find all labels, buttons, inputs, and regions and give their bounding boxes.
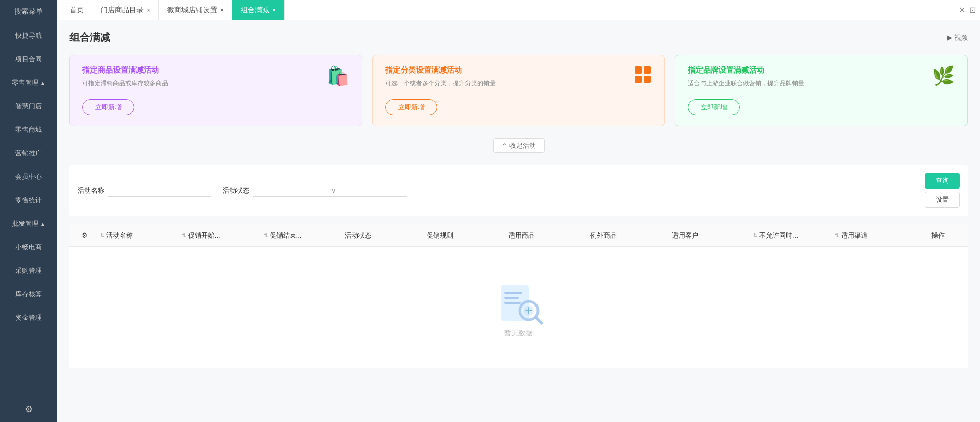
sidebar-item-zijin[interactable]: 资金管理 xyxy=(0,306,57,330)
sidebar-item-label: 采购管理 xyxy=(15,266,42,275)
window-controls: ✕ ⊡ xyxy=(959,5,976,15)
th-customer: 适用客户 xyxy=(668,231,750,240)
sidebar-item-yingxiao[interactable]: 营销推广 xyxy=(0,142,57,165)
th-nosimul: ⇅ 不允许同时... xyxy=(749,231,831,240)
th-end: ⇅ 促销结束... xyxy=(260,231,341,240)
filter-status-item: 活动状态 ∨ xyxy=(223,184,407,197)
sidebar-item-label: 零售统计 xyxy=(15,196,42,205)
collapse-activity-button[interactable]: ⌃ 收起活动 xyxy=(493,138,545,153)
filter-actions: 查询 设置 xyxy=(925,173,960,208)
card-category-desc: 可选一个或者多个分类，提升分类的销量 xyxy=(385,79,652,88)
card-product-add-button[interactable]: 立即新增 xyxy=(82,99,134,115)
svg-rect-5 xyxy=(504,292,522,294)
svg-rect-3 xyxy=(644,76,651,83)
close-window-button[interactable]: ✕ xyxy=(959,5,965,15)
sidebar-item-kucun[interactable]: 库存核算 xyxy=(0,283,57,306)
sidebar-search[interactable]: 搜索菜单 xyxy=(0,0,57,24)
sidebar-item-zhihui[interactable]: 智慧门店 xyxy=(0,95,57,118)
svg-line-9 xyxy=(535,317,542,323)
sidebar-item-label: 营销推广 xyxy=(15,149,42,158)
svg-rect-2 xyxy=(635,76,642,83)
th-rule: 促销规则 xyxy=(423,231,504,240)
sidebar-item-lingtongji[interactable]: 零售统计 xyxy=(0,189,57,212)
card-category: 指定分类设置满减活动 可选一个或者多个分类，提升分类的销量 立即新增 xyxy=(372,55,665,126)
main-content: 首页 门店商品目录 × 微商城店铺设置 × 组合满减 × ✕ ⊡ 组合满减 ▶ … xyxy=(57,0,980,422)
tab-weishang-close[interactable]: × xyxy=(220,7,224,14)
sidebar-item-lingsoushang[interactable]: 零售商城 xyxy=(0,118,57,142)
svg-rect-6 xyxy=(504,297,519,299)
chevron-up-icon: ⌃ xyxy=(502,142,507,150)
empty-state: 暂无数据 xyxy=(69,247,968,368)
video-label: 视频 xyxy=(954,33,968,42)
sort-icon: ⇅ xyxy=(835,232,839,238)
sidebar-item-lingshou[interactable]: 零售管理 ▲ xyxy=(0,71,57,95)
sidebar-item-kuaijie[interactable]: 快捷导航 xyxy=(0,24,57,48)
sidebar-item-label: 批发管理 xyxy=(12,219,38,228)
cards-row: 指定商品设置满减活动 可指定滞销商品或库存较多商品 🛍️ 立即新增 指定分类设置… xyxy=(69,55,968,126)
th-action: 操作 xyxy=(913,231,964,240)
tab-zuhe[interactable]: 组合满减 × xyxy=(232,0,285,20)
page-title: 组合满减 xyxy=(69,31,110,44)
sidebar-item-pifa[interactable]: 批发管理 ▲ xyxy=(0,212,57,236)
filter-name-label: 活动名称 xyxy=(78,186,104,195)
card-product-title: 指定商品设置满减活动 xyxy=(82,65,349,75)
sidebar-item-label: 快捷导航 xyxy=(15,31,42,40)
settings-button[interactable]: 设置 xyxy=(925,192,960,208)
tab-zuhe-close[interactable]: × xyxy=(272,7,276,14)
sort-icon: ⇅ xyxy=(100,232,104,238)
filter-name-input[interactable] xyxy=(108,184,211,197)
sidebar-item-label: 零售管理 xyxy=(12,78,38,87)
tab-menshang-close[interactable]: × xyxy=(147,7,150,14)
th-start: ⇅ 促销开始... xyxy=(178,231,260,240)
video-link[interactable]: ▶ 视频 xyxy=(947,33,968,42)
maximize-window-button[interactable]: ⊡ xyxy=(969,5,976,15)
sidebar-item-label: 项目合同 xyxy=(15,55,42,64)
sidebar-item-label: 零售商城 xyxy=(15,125,42,134)
empty-text: 暂无数据 xyxy=(504,329,533,338)
card-brand-title: 指定品牌设置满减活动 xyxy=(688,65,955,75)
query-button[interactable]: 查询 xyxy=(925,173,960,189)
chevron-down-icon: ∨ xyxy=(331,186,407,194)
th-name: ⇅ 活动名称 xyxy=(96,231,178,240)
sidebar-item-label: 资金管理 xyxy=(15,313,42,322)
chevron-up-icon: ▲ xyxy=(40,80,45,86)
th-channel: ⇅ 适用渠道 xyxy=(831,231,913,240)
tab-menshang[interactable]: 门店商品目录 × xyxy=(92,0,159,20)
th-settings[interactable]: ⚙ xyxy=(74,231,96,239)
card-brand-desc: 适合与上游企业联合做营销，提升品牌销量 xyxy=(688,79,955,88)
sidebar-item-caigou[interactable]: 采购管理 xyxy=(0,259,57,283)
tab-home[interactable]: 首页 xyxy=(61,0,92,20)
card-category-title: 指定分类设置满减活动 xyxy=(385,65,652,75)
filter-status-select[interactable]: ∨ xyxy=(253,184,407,197)
th-exception: 例外商品 xyxy=(586,231,668,240)
filter-status-label: 活动状态 xyxy=(223,186,249,195)
table-wrapper: ⚙ ⇅ 活动名称 ⇅ 促销开始... ⇅ 促销结束... 活动状态 xyxy=(69,224,968,368)
sort-icon: ⇅ xyxy=(753,232,757,238)
gear-icon[interactable]: ⚙ xyxy=(25,404,33,414)
card-brand-icon: 🌿 xyxy=(932,65,955,87)
tab-weishang[interactable]: 微商城店铺设置 × xyxy=(159,0,232,20)
page-header: 组合满减 ▶ 视频 xyxy=(69,31,968,44)
table-header: ⚙ ⇅ 活动名称 ⇅ 促销开始... ⇅ 促销结束... 活动状态 xyxy=(69,224,968,247)
sidebar: 搜索菜单 快捷导航 项目合同 零售管理 ▲ 智慧门店 零售商城 营销推广 会员中… xyxy=(0,0,57,422)
svg-rect-1 xyxy=(644,66,651,74)
th-goods: 适用商品 xyxy=(504,231,586,240)
svg-rect-0 xyxy=(635,66,642,74)
sidebar-item-xiangmu[interactable]: 项目合同 xyxy=(0,48,57,71)
sidebar-item-huiyuan[interactable]: 会员中心 xyxy=(0,165,57,189)
tab-home-label: 首页 xyxy=(69,6,84,15)
card-category-add-button[interactable]: 立即新增 xyxy=(385,99,437,115)
tab-bar: 首页 门店商品目录 × 微商城店铺设置 × 组合满减 × ✕ ⊡ xyxy=(57,0,980,20)
sort-icon: ⇅ xyxy=(264,232,268,238)
sidebar-item-label: 会员中心 xyxy=(15,172,42,181)
card-brand-add-button[interactable]: 立即新增 xyxy=(688,99,740,115)
sidebar-item-label: 库存核算 xyxy=(15,290,42,299)
collapse-bar: ⌃ 收起活动 xyxy=(69,134,968,157)
chevron-down-icon: ▲ xyxy=(40,221,45,227)
sidebar-item-xiaochang[interactable]: 小畅电商 xyxy=(0,236,57,259)
sort-icon: ⇅ xyxy=(182,232,186,238)
card-product-icon: 🛍️ xyxy=(326,65,349,87)
filter-section: 活动名称 活动状态 ∨ 查询 设置 xyxy=(69,165,968,216)
filter-name-item: 活动名称 xyxy=(78,184,211,197)
tab-weishang-label: 微商城店铺设置 xyxy=(167,6,217,15)
